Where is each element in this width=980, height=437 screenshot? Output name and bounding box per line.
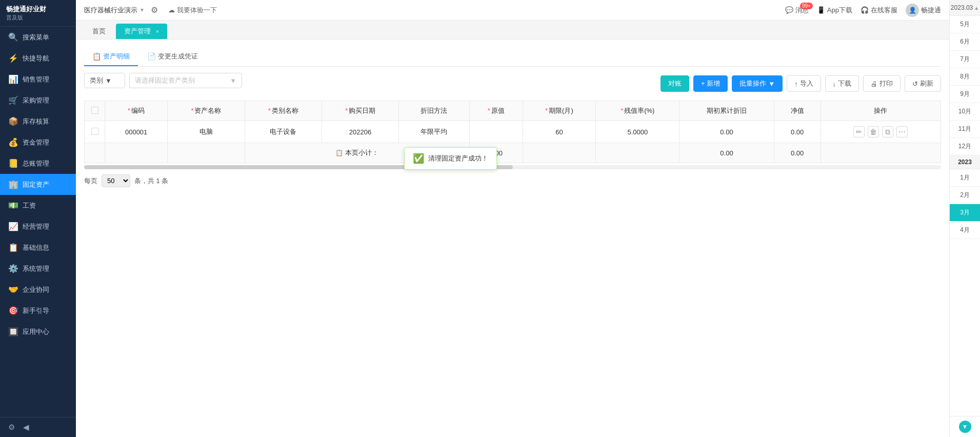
download-button[interactable]: ↓ 下载	[825, 75, 859, 92]
print-label: 打印	[879, 79, 893, 88]
purchase-icon: 🛒	[8, 95, 18, 105]
sidebar-item-label-purchase: 采购管理	[23, 96, 49, 105]
sidebar-item-system[interactable]: ⚙️ 系统管理	[0, 258, 76, 279]
refresh-button[interactable]: ↺ 刷新	[905, 75, 941, 92]
calendar-down-btn[interactable]: ▼	[959, 421, 971, 433]
app-name: 畅捷通好业财	[6, 5, 70, 14]
col-period: *期限(月)	[523, 101, 596, 121]
per-page-select[interactable]: 50 100 200	[102, 174, 130, 187]
online-service-label: 在线客服	[871, 6, 897, 15]
user-item[interactable]: 👤 畅捷通	[906, 4, 941, 17]
calendar-month-12月[interactable]: 12月	[950, 138, 980, 155]
experience-button[interactable]: ☁ 我要体验一下	[164, 4, 221, 17]
select-all-header[interactable]	[85, 101, 105, 121]
toolbar-right: 对账 + 新增 批量操作 ▼ ↑ 导入 ↓ 下载 🖨 打印	[661, 75, 941, 92]
sidebar-item-guide[interactable]: 🎯 新手引导	[0, 300, 76, 321]
more-button[interactable]: ⋯	[896, 126, 908, 137]
import-label: 导入	[800, 79, 813, 88]
batch-ops-label: 批量操作	[739, 79, 766, 88]
filter-row: 类别 ▼ 请选择固定资产类别 ▼	[84, 73, 242, 88]
import-icon: ↑	[794, 80, 798, 88]
calendar-month-1月[interactable]: 1月	[950, 169, 980, 187]
calendar-month-10月[interactable]: 10月	[950, 103, 980, 121]
calendar-month-8月[interactable]: 8月	[950, 68, 980, 86]
app-version: 普及版	[6, 14, 70, 21]
copy-button[interactable]: ⧉	[882, 126, 893, 137]
calendar-month-4月[interactable]: 4月	[950, 222, 980, 239]
row-dep-method: 年限平均	[399, 121, 470, 143]
subtotal-icon: 📋	[335, 149, 343, 156]
row-checkbox[interactable]	[91, 128, 98, 135]
guide-icon: 🎯	[8, 306, 18, 315]
delete-button[interactable]: 🗑	[868, 126, 879, 137]
table-header-row: *编码 *资产名称 *类别名称 *购买日期 折旧方法 *原值 *期限(月) *残…	[85, 101, 941, 121]
row-net-value: 0.00	[774, 121, 821, 143]
table-scrollbar[interactable]	[84, 165, 941, 169]
quick-nav-icon: ⚡	[8, 53, 18, 63]
online-service-item[interactable]: 🎧 在线客服	[861, 6, 897, 15]
row-actions-cell: ✏ 🗑 ⧉ ⋯	[821, 121, 941, 143]
calendar-month-5月[interactable]: 5月	[950, 16, 980, 33]
calendar-panel: 2023.03 ▲ 5月6月7月8月9月10月11月12月20231月2月3月4…	[949, 0, 980, 437]
category-select[interactable]: 类别 ▼	[84, 73, 125, 88]
calendar-scroll: 5月6月7月8月9月10月11月12月20231月2月3月4月	[950, 16, 980, 416]
search-icon: 🔍	[8, 32, 18, 42]
settings-icon[interactable]: ⚙	[8, 423, 15, 432]
sub-tabs: 📋 资产明细 📄 变更生成凭证	[84, 48, 941, 67]
asset-detail-icon: 📋	[92, 52, 101, 61]
app-center-icon: 🔲	[8, 327, 18, 336]
collapse-icon[interactable]: ◀	[23, 423, 29, 432]
sidebar-item-app-center[interactable]: 🔲 应用中心	[0, 321, 76, 342]
sub-tab-asset-detail[interactable]: 📋 资产明细	[84, 48, 138, 66]
calendar-month-6月[interactable]: 6月	[950, 33, 980, 51]
sidebar: 畅捷通好业财 普及版 🔍 搜索菜单 ⚡ 快捷导航 📊 销售管理 🛒 采购管理 📦…	[0, 0, 76, 437]
sidebar-item-fixed-assets[interactable]: 🏢 固定资产	[0, 174, 76, 195]
calendar-month-7月[interactable]: 7月	[950, 51, 980, 68]
category-arrow-icon: ▼	[105, 77, 112, 85]
calendar-header[interactable]: 2023.03 ▲	[950, 0, 980, 16]
message-item[interactable]: 💬 消息 99+	[785, 6, 809, 15]
sub-tab-change-voucher[interactable]: 📄 变更生成凭证	[139, 48, 206, 66]
print-button[interactable]: 🖨 打印	[863, 75, 901, 92]
success-message: 清理固定资产成功！	[428, 154, 488, 163]
col-code: *编码	[105, 101, 168, 121]
row-checkbox-cell[interactable]	[85, 121, 105, 143]
tab-close-icon[interactable]: ×	[156, 28, 159, 34]
calendar-month-3月[interactable]: 3月	[950, 204, 980, 222]
main-area: 医疗器械行业演示 ▼ ⚙ ☁ 我要体验一下 💬 消息 99+ 📱 App下载 🎧…	[76, 0, 949, 437]
company-selector[interactable]: 医疗器械行业演示 ▼	[84, 6, 145, 15]
col-initial-dep: 期初累计折旧	[679, 101, 774, 121]
tab-home[interactable]: 首页	[84, 24, 114, 39]
sidebar-item-operations[interactable]: 📈 经营管理	[0, 216, 76, 237]
sidebar-item-inventory[interactable]: 📦 库存核算	[0, 111, 76, 132]
sidebar-item-purchase[interactable]: 🛒 采购管理	[0, 90, 76, 111]
settings-button[interactable]: ⚙	[149, 3, 160, 17]
new-item-button[interactable]: + 新增	[693, 75, 728, 92]
batch-ops-arrow: ▼	[768, 80, 775, 88]
import-button[interactable]: ↑ 导入	[787, 75, 821, 92]
sidebar-item-quick-nav[interactable]: ⚡ 快捷导航	[0, 48, 76, 69]
sidebar-item-payroll[interactable]: 💵 工资	[0, 195, 76, 216]
calendar-month-2月[interactable]: 2月	[950, 187, 980, 204]
sidebar-item-basic-info[interactable]: 📋 基础信息	[0, 237, 76, 258]
tab-asset-mgmt[interactable]: 资产管理 ×	[116, 24, 167, 39]
calendar-month-9月[interactable]: 9月	[950, 86, 980, 103]
select-all-checkbox[interactable]	[91, 107, 98, 114]
sidebar-item-search[interactable]: 🔍 搜索菜单	[0, 27, 76, 48]
download-label: 下载	[838, 79, 851, 88]
batch-ops-button[interactable]: 批量操作 ▼	[732, 75, 783, 92]
sidebar-item-enterprise[interactable]: 🤝 企业协同	[0, 279, 76, 300]
category-input[interactable]: 请选择固定资产类别 ▼	[129, 73, 242, 88]
sidebar-item-funds[interactable]: 💰 资金管理	[0, 132, 76, 153]
calendar-month-11月[interactable]: 11月	[950, 121, 980, 138]
app-download-item[interactable]: 📱 App下载	[817, 6, 852, 15]
subtotal-net: 0.00	[774, 143, 821, 163]
enterprise-icon: 🤝	[8, 285, 18, 294]
sidebar-item-general-ledger[interactable]: 📒 总账管理	[0, 153, 76, 174]
sidebar-item-sales[interactable]: 📊 销售管理	[0, 69, 76, 90]
headset-icon: 🎧	[861, 6, 869, 14]
content-area: 📋 资产明细 📄 变更生成凭证 类别 ▼ 请选择固定资产类别 ▼	[76, 39, 949, 437]
subtotal-empty-period	[523, 143, 596, 163]
edit-button[interactable]: ✏	[853, 126, 865, 137]
reconcile-button[interactable]: 对账	[661, 75, 689, 92]
